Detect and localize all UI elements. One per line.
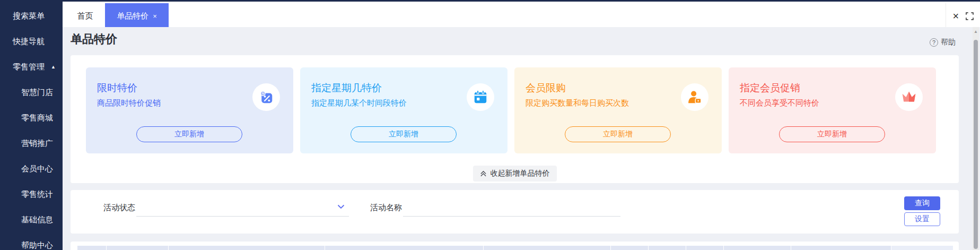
sidebar-item-label: 帮助中心 <box>21 240 53 250</box>
promo-card-member-promotion: 指定会员促销 不同会员享受不同特价 立即新增 <box>729 67 936 153</box>
sidebar-item-label: 基础信息 <box>21 215 53 225</box>
sidebar-item-label: 零售管理 <box>13 62 45 72</box>
scroll-up-icon[interactable]: ▲ <box>973 29 979 34</box>
sidebar-item-label: 快捷导航 <box>13 37 45 47</box>
card-title: 指定会员促销 <box>740 81 800 95</box>
card-desc: 商品限时特价促销 <box>97 98 161 108</box>
sidebar-item-help-center[interactable]: 帮助中心 <box>0 232 63 250</box>
activity-name-input[interactable] <box>403 196 620 215</box>
add-now-button[interactable]: 立即新增 <box>565 126 671 142</box>
sidebar-item-label: 零售统计 <box>21 189 53 200</box>
card-desc: 不同会员享受不同特价 <box>740 98 819 108</box>
sidebar-item-retail-stats[interactable]: 零售统计 <box>0 182 63 207</box>
sidebar-item-label: 搜索菜单 <box>13 11 45 21</box>
timer-discount-icon <box>252 83 280 111</box>
settings-button[interactable]: 设置 <box>904 212 940 226</box>
table-header-cell <box>891 246 953 250</box>
help-icon: ? <box>930 38 938 47</box>
fullscreen-icon[interactable] <box>966 12 974 20</box>
card-title: 会员限购 <box>526 81 566 95</box>
activity-status-input[interactable] <box>136 196 349 215</box>
promo-card-weekday-special: 指定星期几特价 指定星期几某个时间段特价 立即新增 <box>300 67 508 153</box>
sidebar-item-member-center[interactable]: 会员中心 <box>0 156 63 182</box>
cards-row: 限时特价 商品限时特价促销 立即新增 <box>86 67 936 153</box>
table-header-row <box>77 246 953 250</box>
tab-home[interactable]: 首页 <box>63 3 108 29</box>
results-table-panel <box>71 242 959 250</box>
table-header-cell <box>791 246 891 250</box>
help-label: 帮助 <box>941 38 956 47</box>
vertical-scrollbar[interactable]: ▲ <box>973 27 979 250</box>
help-link[interactable]: ? 帮助 <box>930 38 956 47</box>
page-title: 单品特价 <box>71 31 117 47</box>
card-desc: 限定购买数量和每日购买次数 <box>526 98 629 108</box>
close-icon[interactable]: × <box>952 11 959 21</box>
tab-label: 单品特价 <box>117 11 148 21</box>
table-header-cell <box>107 246 168 250</box>
sidebar-item-label: 会员中心 <box>21 164 53 174</box>
collapse-up-icon <box>480 170 487 177</box>
sidebar-item-retail-mall[interactable]: 零售商城 <box>0 105 63 131</box>
calendar-icon <box>467 83 494 111</box>
scrollbar-thumb[interactable] <box>974 40 978 249</box>
sidebar: 搜索菜单 快捷导航 零售管理▲ 智慧门店 零售商城 营销推广 会员中心 零售统计… <box>0 0 63 250</box>
table-header-cell <box>686 246 723 250</box>
sidebar-item-search-menu[interactable]: 搜索菜单 <box>0 3 63 29</box>
table-header-cell <box>724 246 791 250</box>
filter-panel: 活动状态 活动名称 查询 设置 <box>71 190 959 234</box>
sidebar-item-smart-store[interactable]: 智慧门店 <box>0 80 63 105</box>
add-now-button[interactable]: 立即新增 <box>136 126 242 142</box>
table-header-cell <box>325 246 483 250</box>
add-now-button[interactable]: 立即新增 <box>351 126 457 142</box>
activity-name-field[interactable] <box>403 196 620 217</box>
sidebar-item-label: 营销推广 <box>21 139 53 149</box>
sidebar-item-marketing[interactable]: 营销推广 <box>0 131 63 156</box>
table-header-cell <box>611 246 648 250</box>
table-header-cell <box>649 246 686 250</box>
activity-name-label: 活动名称 <box>370 203 402 213</box>
main-area: 首页 单品特价 × × 单品特价 ? 帮助 限时特价 商品限时特价促销 <box>63 0 980 250</box>
promo-card-limited-time-special: 限时特价 商品限时特价促销 立即新增 <box>86 67 293 153</box>
window-controls: × <box>946 3 980 29</box>
promo-cards-panel: 限时特价 商品限时特价促销 立即新增 <box>71 55 959 183</box>
chevron-down-icon <box>337 204 345 209</box>
card-desc: 指定星期几某个时间段特价 <box>311 98 407 108</box>
activity-status-label: 活动状态 <box>103 203 135 213</box>
add-now-button[interactable]: 立即新增 <box>779 126 885 142</box>
sidebar-item-basic-info[interactable]: 基础信息 <box>0 207 63 232</box>
sidebar-item-quick-nav[interactable]: 快捷导航 <box>0 29 63 54</box>
sidebar-item-label: 智慧门店 <box>21 88 53 98</box>
tab-close-icon[interactable]: × <box>153 13 157 20</box>
tab-single-item-special[interactable]: 单品特价 × <box>105 3 169 29</box>
caret-up-icon: ▲ <box>51 64 56 70</box>
sidebar-item-label: 零售商城 <box>21 113 53 123</box>
tab-bar: 首页 单品特价 × × <box>63 0 980 27</box>
promo-card-member-purchase-limit: 会员限购 限定购买数量和每日购买次数 立即新增 <box>514 67 722 153</box>
crown-icon <box>895 83 923 111</box>
activity-status-select[interactable] <box>136 196 349 217</box>
page-content: 单品特价 ? 帮助 限时特价 商品限时特价促销 <box>63 27 980 250</box>
table-header-cell <box>169 246 325 250</box>
card-title: 指定星期几特价 <box>311 81 382 95</box>
table-header-cell <box>484 246 610 250</box>
collapse-new-special-button[interactable]: 收起新增单品特价 <box>473 166 557 182</box>
card-title: 限时特价 <box>97 81 137 95</box>
member-lock-icon <box>681 83 708 111</box>
sidebar-item-retail-management[interactable]: 零售管理▲ <box>0 54 63 80</box>
table-header-cell <box>77 246 106 250</box>
search-button[interactable]: 查询 <box>904 196 940 210</box>
collapse-label: 收起新增单品特价 <box>491 169 550 178</box>
